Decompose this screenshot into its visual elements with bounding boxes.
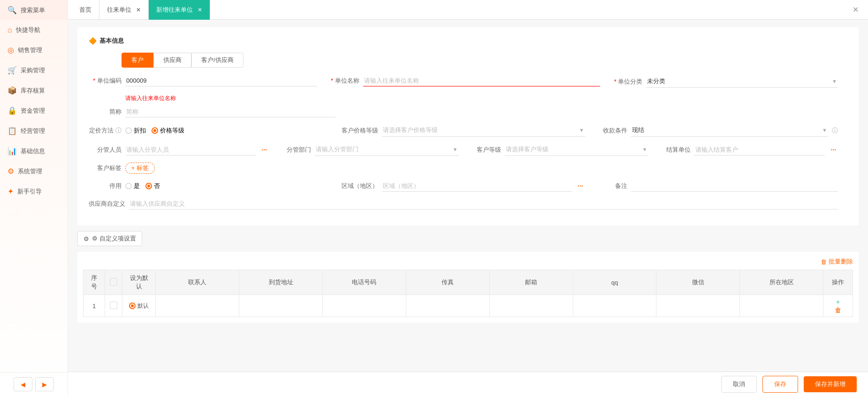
tab-contacts-label: 往来单位 <box>107 6 131 14</box>
tab-contacts[interactable]: 往来单位 ✕ <box>99 0 149 20</box>
unit-type-supplier-btn[interactable]: 供应商 <box>153 53 191 68</box>
tab-home[interactable]: 首页 <box>72 0 99 20</box>
sidebar-item-search-label: 搜索菜单 <box>21 6 45 15</box>
row-checkbox[interactable] <box>110 302 117 309</box>
customer-level-label: 客户等级 <box>468 146 501 154</box>
payment-terms-select[interactable]: 现结 ▼ <box>631 124 828 137</box>
remark-label: 备注 <box>594 182 627 190</box>
cell-email[interactable] <box>489 295 573 317</box>
select-all-checkbox[interactable] <box>110 278 117 286</box>
tab-new-contact[interactable]: 新增往来单位 ✕ <box>149 0 210 20</box>
sidebar-item-sales-label: 销售管理 <box>18 46 42 54</box>
save-button[interactable]: 保存 <box>762 376 798 393</box>
dept-select[interactable]: 请输入分管部门 ▼ <box>315 143 458 156</box>
address-input[interactable] <box>244 303 318 310</box>
sidebar-item-quick-nav[interactable]: ⌂ 快捷导航 <box>0 20 68 40</box>
save-add-button[interactable]: 保存并新增 <box>804 376 857 392</box>
unit-type-both-btn[interactable]: 客户/供应商 <box>191 53 244 68</box>
abbr-input[interactable] <box>125 106 335 117</box>
sidebar-item-purchase-label: 采购管理 <box>21 66 45 75</box>
tab-home-label: 首页 <box>79 6 91 14</box>
sidebar-item-search[interactable]: 🔍 搜索菜单 <box>0 0 68 20</box>
cell-contact[interactable] <box>156 295 239 317</box>
area-input[interactable] <box>382 180 572 192</box>
sidebar-expand-btn[interactable]: ▶ <box>35 377 54 391</box>
wechat-input[interactable] <box>661 303 735 310</box>
supplier-custom-input[interactable] <box>129 198 838 210</box>
tab-contacts-close[interactable]: ✕ <box>136 7 141 13</box>
section-title: 🔶 基本信息 <box>89 37 847 45</box>
home-icon: ⌂ <box>8 26 12 34</box>
sidebar-collapse-btn[interactable]: ◀ <box>14 377 32 391</box>
main-area: 首页 往来单位 ✕ 新增往来单位 ✕ ✕ 🔶 基本信息 客户 供应商 客户/供应… <box>68 0 868 396</box>
add-tag-btn[interactable]: + 标签 <box>125 163 155 174</box>
settlement-dots-btn[interactable]: ··· <box>829 146 838 154</box>
sidebar-item-operations[interactable]: 📋 经营管理 <box>0 121 68 141</box>
default-radio-label: 默认 <box>137 302 149 310</box>
sidebar-item-inventory-label: 库存核算 <box>21 86 45 95</box>
cell-phone[interactable] <box>323 295 406 317</box>
settlement-input[interactable] <box>694 144 825 155</box>
contact-input[interactable] <box>160 303 234 310</box>
sidebar-item-inventory[interactable]: 📦 库存核算 <box>0 80 68 101</box>
name-input[interactable] <box>363 75 601 86</box>
sidebar-item-finance[interactable]: 🔒 资金管理 <box>0 101 68 121</box>
sidebar-item-guide[interactable]: ✦ 新手引导 <box>0 181 68 202</box>
customer-level-select[interactable]: 请选择客户等级 ▼ <box>505 143 648 156</box>
code-input[interactable] <box>125 75 317 86</box>
row-delete-btn[interactable]: 🗑 <box>835 306 841 314</box>
col-seq: 序号 <box>84 270 105 295</box>
unit-type-customer-btn[interactable]: 客户 <box>122 53 153 68</box>
sidebar-item-purchase[interactable]: 🛒 采购管理 <box>0 60 68 80</box>
custom-settings-label: ⚙ 自定义项设置 <box>92 234 136 243</box>
disable-yes-circle <box>125 183 132 189</box>
payment-terms-chevron-icon: ▼ <box>822 127 827 133</box>
table-row: 1 默认 <box>84 295 853 317</box>
remark-input[interactable] <box>631 180 838 192</box>
phone-input[interactable] <box>327 303 401 310</box>
inventory-icon: 📦 <box>8 86 17 95</box>
cell-address[interactable] <box>239 295 323 317</box>
custom-settings-btn[interactable]: ⚙ ⚙ 自定义项设置 <box>77 231 142 246</box>
row-add-btn[interactable]: ＋ <box>835 298 841 305</box>
cell-qq[interactable] <box>573 295 656 317</box>
cell-wechat[interactable] <box>656 295 740 317</box>
area-dots-btn[interactable]: ··· <box>576 182 585 190</box>
sidebar-item-system[interactable]: ⚙ 系统管理 <box>0 161 68 181</box>
col-fax: 传真 <box>406 270 489 295</box>
sidebar-item-sales[interactable]: ◎ 销售管理 <box>0 40 68 60</box>
window-close-btn[interactable]: ✕ <box>847 5 864 14</box>
manager-dots-btn[interactable]: ··· <box>260 146 269 154</box>
category-select[interactable]: 未分类 ▼ <box>646 75 838 88</box>
cell-checkbox[interactable] <box>105 295 122 317</box>
region-input[interactable] <box>745 303 818 310</box>
settlement-label: 结算单位 <box>658 146 691 154</box>
sidebar-item-basic-info[interactable]: 📊 基础信息 <box>0 141 68 161</box>
cell-default[interactable]: 默认 <box>122 295 156 317</box>
col-checkbox <box>105 270 122 295</box>
category-value: 未分类 <box>647 77 830 85</box>
batch-delete-btn[interactable]: 🗑 批量删除 <box>821 257 853 266</box>
email-input[interactable] <box>495 303 568 310</box>
form-row-pricing: 定价方法 ⓘ 折扣 价格等级 客 <box>89 124 847 137</box>
pricing-discount-radio[interactable]: 折扣 <box>125 126 146 135</box>
pricing-help-icon[interactable]: ⓘ <box>115 127 122 134</box>
pricing-label-text: 定价方法 <box>89 127 114 134</box>
field-code: 单位编码 <box>89 75 317 86</box>
payment-terms-value: 现结 <box>632 126 820 134</box>
cancel-button[interactable]: 取消 <box>721 376 757 393</box>
disable-no-radio[interactable]: 否 <box>145 182 160 190</box>
payment-terms-help-icon[interactable]: ⓘ <box>832 126 838 135</box>
fax-input[interactable] <box>411 303 485 310</box>
default-radio[interactable]: 默认 <box>127 302 151 310</box>
dept-placeholder: 请输入分管部门 <box>316 145 450 154</box>
manager-input[interactable] <box>125 144 256 155</box>
cell-region[interactable] <box>740 295 823 317</box>
tab-new-contact-close[interactable]: ✕ <box>198 7 202 13</box>
qq-input[interactable] <box>578 303 652 310</box>
disable-yes-radio[interactable]: 是 <box>125 182 140 190</box>
sidebar-item-quick-nav-label: 快捷导航 <box>16 26 40 34</box>
pricing-level-radio[interactable]: 价格等级 <box>152 126 184 135</box>
customer-price-select[interactable]: 请选择客户价格等级 ▼ <box>382 124 585 137</box>
cell-fax[interactable] <box>406 295 489 317</box>
